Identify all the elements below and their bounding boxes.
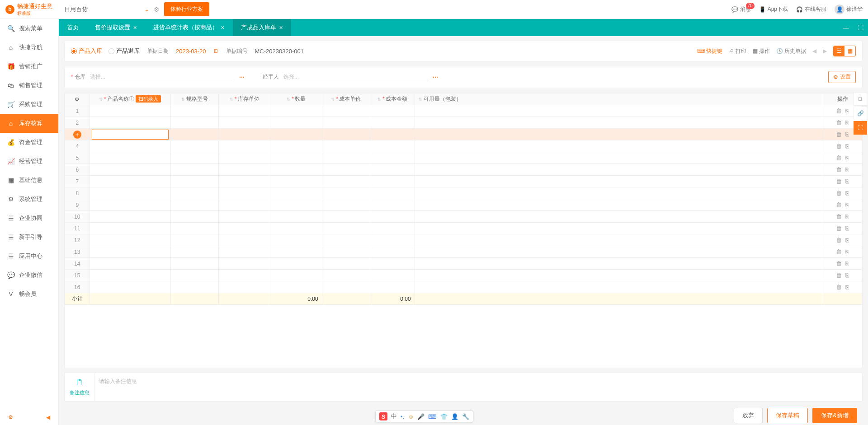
copy-row-icon[interactable]: ⎘ [845, 154, 849, 161]
cell-amount[interactable] [370, 164, 415, 176]
discard-button[interactable]: 放弃 [734, 408, 763, 423]
cell-name[interactable] [90, 281, 170, 293]
cell-unit[interactable] [219, 223, 270, 234]
cell-available[interactable] [415, 140, 823, 152]
ime-tool-icon[interactable]: 🔧 [462, 413, 469, 420]
cell-unit[interactable] [219, 176, 270, 187]
warehouse-input[interactable] [90, 72, 235, 82]
operate-link[interactable]: ▦操作 [753, 47, 770, 55]
tab[interactable]: 进货单统计表（按商品）✕ [145, 19, 233, 36]
sidebar-collapse-icon[interactable]: ◀ [46, 414, 50, 420]
cell-spec[interactable] [170, 140, 218, 152]
cell-available[interactable] [415, 164, 823, 176]
handler-more-icon[interactable]: ⋯ [433, 74, 438, 80]
sidebar-gear-icon[interactable]: ⚙ [8, 414, 13, 420]
cell-price[interactable] [322, 187, 370, 199]
cell-spec[interactable] [170, 211, 218, 223]
cell-available[interactable] [415, 199, 823, 211]
cell-available[interactable] [415, 270, 823, 281]
ime-bar[interactable]: S 中 •, ☺ 🎤 ⌨ 👕 👤 🔧 [375, 411, 473, 422]
cell-name[interactable] [90, 117, 170, 129]
cell-spec[interactable] [170, 246, 218, 258]
table-row[interactable]: 6 🗑⎘ [65, 164, 862, 176]
table-row[interactable]: 15 🗑⎘ [65, 270, 862, 281]
delete-row-icon[interactable]: 🗑 [836, 119, 842, 126]
table-row[interactable]: + 🗑⎘ [65, 129, 862, 140]
col-available[interactable]: ⇅可用量（包装） [415, 93, 823, 105]
ime-mic-icon[interactable]: 🎤 [417, 413, 425, 420]
cell-spec[interactable] [170, 129, 218, 140]
cell-unit[interactable] [219, 270, 270, 281]
prev-doc-icon[interactable]: ◀ [812, 48, 816, 54]
cell-qty[interactable] [270, 281, 322, 293]
side-tool-link-icon[interactable]: 🔗 [854, 107, 867, 120]
delete-row-icon[interactable]: 🗑 [836, 248, 842, 255]
delete-row-icon[interactable]: 🗑 [836, 166, 842, 173]
tab-fullscreen-icon[interactable]: ⛶ [854, 21, 867, 34]
copy-row-icon[interactable]: ⎘ [845, 178, 849, 185]
cell-price[interactable] [322, 164, 370, 176]
copy-row-icon[interactable]: ⎘ [845, 260, 849, 267]
sidebar-item[interactable]: 🛍销售管理 [0, 76, 58, 95]
cell-unit[interactable] [219, 211, 270, 223]
cell-unit[interactable] [219, 246, 270, 258]
copy-row-icon[interactable]: ⎘ [845, 213, 849, 220]
sidebar-item[interactable]: V畅会员 [0, 285, 58, 304]
copy-row-icon[interactable]: ⎘ [845, 272, 849, 279]
cell-name[interactable] [90, 246, 170, 258]
date-value[interactable]: 2023-03-20 [176, 48, 206, 55]
cell-amount[interactable] [370, 140, 415, 152]
table-row[interactable]: 2 🗑⎘ [65, 117, 862, 129]
sidebar-item[interactable]: ☰企业协同 [0, 209, 58, 228]
cell-unit[interactable] [219, 117, 270, 129]
ime-lang[interactable]: 中 [391, 412, 397, 420]
col-price[interactable]: ⇅*成本单价 [322, 93, 370, 105]
table-row[interactable]: 16 🗑⎘ [65, 281, 862, 293]
col-settings-icon[interactable]: ⚙ [65, 93, 90, 105]
cell-amount[interactable] [370, 187, 415, 199]
cell-available[interactable] [415, 152, 823, 164]
cell-spec[interactable] [170, 164, 218, 176]
ime-punct-icon[interactable]: •, [401, 413, 404, 420]
delete-row-icon[interactable]: 🗑 [836, 272, 842, 279]
cell-name[interactable] [90, 211, 170, 223]
col-unit[interactable]: ⇅*库存单位 [219, 93, 270, 105]
table-row[interactable]: 12 🗑⎘ [65, 234, 862, 246]
save-new-button[interactable]: 保存&新增 [812, 408, 857, 423]
copy-row-icon[interactable]: ⎘ [845, 107, 849, 114]
cell-price[interactable] [322, 105, 370, 117]
messages-link[interactable]: 💬 消息 70 [731, 5, 751, 13]
col-name[interactable]: ⇅*产品名称ⓘ 扫码录入 [90, 93, 170, 105]
cell-qty[interactable] [270, 105, 322, 117]
sidebar-item[interactable]: ☰新手引导 [0, 228, 58, 247]
cell-unit[interactable] [219, 199, 270, 211]
handler-input[interactable] [283, 72, 428, 82]
add-row-icon[interactable]: + [73, 131, 81, 139]
delete-row-icon[interactable]: 🗑 [836, 284, 842, 290]
cell-available[interactable] [415, 187, 823, 199]
sidebar-item[interactable]: 🛒采购管理 [0, 95, 58, 114]
cell-qty[interactable] [270, 187, 322, 199]
cell-spec[interactable] [170, 258, 218, 270]
ime-user-icon[interactable]: 👤 [451, 413, 458, 420]
cell-price[interactable] [322, 117, 370, 129]
cell-spec[interactable] [170, 223, 218, 234]
cell-qty[interactable] [270, 117, 322, 129]
cell-qty[interactable] [270, 234, 322, 246]
cell-price[interactable] [322, 258, 370, 270]
cell-unit[interactable] [219, 152, 270, 164]
copy-row-icon[interactable]: ⎘ [845, 190, 849, 196]
copy-row-icon[interactable]: ⎘ [845, 143, 849, 149]
cell-unit[interactable] [219, 129, 270, 140]
table-row[interactable]: 9 🗑⎘ [65, 199, 862, 211]
cell-name[interactable] [90, 176, 170, 187]
cell-name[interactable] [90, 270, 170, 281]
copy-row-icon[interactable]: ⎘ [845, 201, 849, 208]
product-name-input[interactable] [92, 130, 169, 140]
history-link[interactable]: 🕓历史单据 [776, 47, 806, 55]
cell-spec[interactable] [170, 199, 218, 211]
cell-qty[interactable] [270, 258, 322, 270]
sidebar-item[interactable]: 📈经营管理 [0, 152, 58, 171]
cell-spec[interactable] [170, 105, 218, 117]
tab-minimize-icon[interactable]: — [839, 21, 853, 34]
